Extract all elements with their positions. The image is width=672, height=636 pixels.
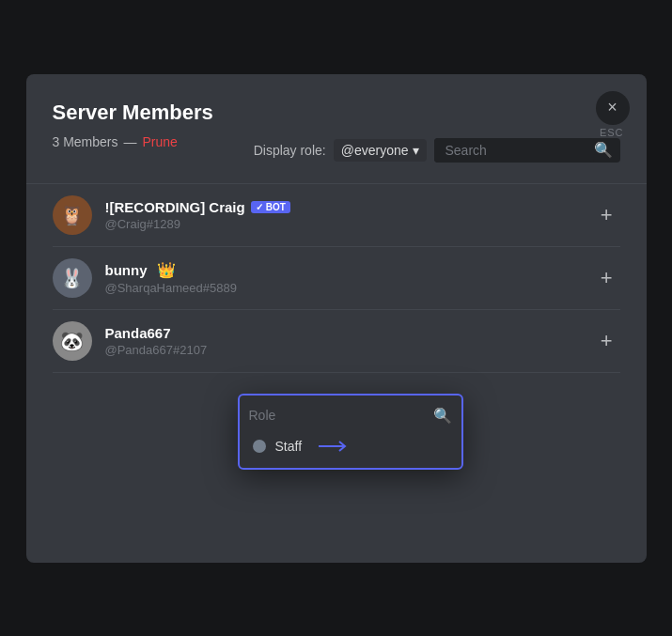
avatar: 🦉 [53,195,92,235]
modal-backdrop: × ESC Server Members 3 Members — Prune D… [0,0,672,636]
avatar-emoji: 🐰 [60,267,84,289]
avatar-emoji: 🦉 [60,204,84,226]
add-role-button[interactable]: + [593,325,620,357]
member-name-text: ![RECORDING] Craig [105,199,245,215]
close-button[interactable]: × [596,91,630,125]
member-handle: @Craig#1289 [105,217,593,231]
role-color-circle [253,440,266,453]
avatar: 🐼 [53,321,92,361]
search-wrapper: 🔍 [434,138,620,163]
modal-title: Server Members [53,101,620,125]
role-item[interactable]: Staff [240,432,461,460]
display-role-select[interactable]: @everyone ▾ [334,139,427,162]
member-count-row: 3 Members — Prune [53,134,178,149]
member-info: Panda667 @Panda667#2107 [105,325,593,357]
role-search-row: 🔍 [240,403,461,432]
display-role-label: Display role: [254,143,326,158]
table-row: 🐰 bunny 👑 @SharqaHameed#5889 + [53,247,620,310]
role-dropdown-popup: 🔍 Staff [238,394,463,470]
role-search-input[interactable] [249,408,433,423]
table-row: 🦉 ![RECORDING] Craig ✓ BOT @Craig#1289 [53,184,620,247]
dash: — [124,134,137,149]
member-name-text: Panda667 [105,325,171,341]
search-icon: 🔍 [594,141,613,159]
member-handle: @SharqaHameed#5889 [105,281,593,295]
member-name: ![RECORDING] Craig ✓ BOT [105,199,593,215]
add-role-button[interactable]: + [593,199,620,231]
role-search-icon: 🔍 [433,407,452,425]
member-handle: @Panda667#2107 [105,343,593,357]
avatar: 🐰 [53,258,92,298]
plus-icon: + [601,203,613,227]
member-name-text: bunny [105,262,148,278]
member-list: 🦉 ![RECORDING] Craig ✓ BOT @Craig#1289 [53,184,620,373]
server-members-modal: × ESC Server Members 3 Members — Prune D… [26,74,647,563]
role-select-value: @everyone [341,143,409,158]
check-icon: ✓ [256,202,263,212]
member-name: bunny 👑 [105,261,593,279]
display-role-area: Display role: @everyone ▾ 🔍 [254,138,620,163]
arrow-indicator [319,440,352,453]
member-info: bunny 👑 @SharqaHameed#5889 [105,261,593,295]
plus-icon: + [601,266,613,290]
add-role-button[interactable]: + [593,262,620,294]
table-row: 🐼 Panda667 @Panda667#2107 + [53,310,620,373]
member-name: Panda667 [105,325,593,341]
prune-link[interactable]: Prune [143,134,178,149]
subtitle-row: 3 Members — Prune Display role: @everyon… [53,134,620,166]
plus-icon: + [601,329,613,353]
modal-container: × ESC Server Members 3 Members — Prune D… [26,74,647,563]
arrow-icon [319,440,352,453]
chevron-down-icon: ▾ [413,143,419,158]
role-name: Staff [275,439,303,454]
esc-label: ESC [600,127,624,138]
member-info: ![RECORDING] Craig ✓ BOT @Craig#1289 [105,199,593,231]
close-icon: × [607,98,617,117]
avatar-emoji: 🐼 [60,330,84,352]
member-count: 3 Members [53,134,118,149]
search-input[interactable] [434,138,594,163]
crown-icon: 👑 [157,261,176,279]
bot-label: BOT [266,202,286,212]
bot-badge: ✓ BOT [251,201,290,213]
